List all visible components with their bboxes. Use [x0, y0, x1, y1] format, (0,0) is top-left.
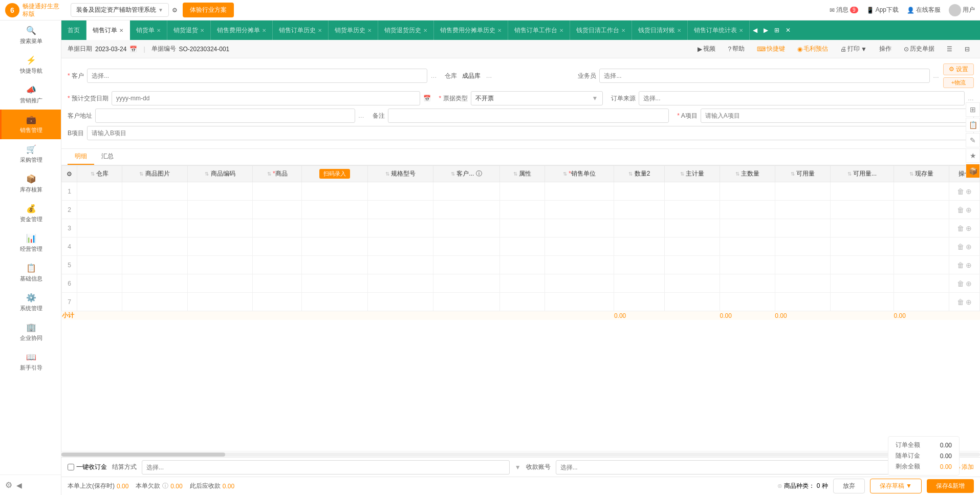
- row-spec[interactable]: [367, 182, 433, 201]
- row-available2[interactable]: [830, 274, 894, 293]
- row-product[interactable]: [253, 293, 302, 311]
- order-source-more-icon[interactable]: …: [968, 95, 974, 102]
- tab-expand-btn[interactable]: ⊞: [771, 27, 782, 34]
- edge-btn-3[interactable]: ✎: [966, 133, 980, 147]
- row-code[interactable]: [187, 201, 253, 219]
- user-btn[interactable]: 用户: [949, 4, 975, 16]
- row-main-qty[interactable]: [720, 256, 775, 274]
- calendar-icon[interactable]: 📅: [423, 95, 431, 102]
- sidebar-item-sales[interactable]: 💼 销售管理: [0, 110, 61, 139]
- row-main-qty[interactable]: [720, 293, 775, 311]
- row-stock[interactable]: [894, 274, 949, 293]
- view-video-btn[interactable]: ▶ 视频: [693, 43, 720, 55]
- copy-row-btn[interactable]: ⊕: [966, 206, 972, 214]
- discount-info-icon[interactable]: ⓘ: [162, 482, 168, 490]
- row-sales-unit[interactable]: [545, 293, 614, 311]
- customer-more-icon[interactable]: …: [430, 72, 437, 79]
- ops-btn[interactable]: 操作: [875, 43, 896, 55]
- row-stock[interactable]: [894, 238, 949, 256]
- row-warehouse[interactable]: [77, 238, 122, 256]
- row-available[interactable]: [775, 256, 830, 274]
- row-main-qty[interactable]: [720, 274, 775, 293]
- add-logistics-btn[interactable]: +物流: [943, 77, 974, 88]
- row-stock[interactable]: [894, 293, 949, 311]
- tab-close-icon[interactable]: ✕: [262, 28, 266, 33]
- row-attr[interactable]: [499, 238, 545, 256]
- a-project-input[interactable]: [701, 109, 974, 123]
- scan-input-btn[interactable]: 扫码录入: [319, 169, 350, 179]
- sidebar-item-enterprise[interactable]: 🏢 企业协同: [0, 317, 61, 347]
- order-source-input[interactable]: [639, 91, 965, 105]
- app-download-btn[interactable]: 📱 App下载: [866, 6, 899, 14]
- row-qty2[interactable]: [614, 238, 665, 256]
- row-customer-code[interactable]: [433, 219, 499, 238]
- save-draft-btn[interactable]: 保存草稿 ▼: [870, 479, 922, 493]
- copy-row-btn[interactable]: ⊕: [966, 279, 972, 288]
- row-spec[interactable]: [367, 293, 433, 311]
- tab-close-all-btn[interactable]: ✕: [782, 27, 794, 34]
- row-qty2[interactable]: [614, 182, 665, 201]
- delete-row-btn[interactable]: 🗑: [957, 261, 964, 269]
- tab-close-icon[interactable]: ✕: [119, 28, 123, 33]
- staff-more-icon[interactable]: …: [933, 72, 939, 79]
- sidebar-item-inventory[interactable]: 📦 库存核算: [0, 169, 61, 199]
- delete-row-btn[interactable]: 🗑: [957, 187, 964, 196]
- row-stock[interactable]: [894, 182, 949, 201]
- tab-prev-btn[interactable]: ◀: [750, 27, 760, 34]
- row-available2[interactable]: [830, 293, 894, 311]
- row-main-qty[interactable]: [720, 238, 775, 256]
- row-available2[interactable]: [830, 256, 894, 274]
- edge-btn-4[interactable]: ★: [966, 148, 980, 163]
- row-attr[interactable]: [499, 201, 545, 219]
- delete-row-btn[interactable]: 🗑: [957, 298, 964, 306]
- row-code[interactable]: [187, 182, 253, 201]
- delete-row-btn[interactable]: 🗑: [957, 206, 964, 214]
- row-warehouse[interactable]: [77, 256, 122, 274]
- tab-sales-stat[interactable]: 销售订单统计表 ✕: [688, 20, 750, 40]
- row-spec[interactable]: [367, 238, 433, 256]
- setup-btn[interactable]: ⚙ 设置: [943, 63, 974, 75]
- row-customer-code[interactable]: [433, 293, 499, 311]
- tab-close-icon[interactable]: ✕: [318, 28, 322, 33]
- row-warehouse[interactable]: [77, 201, 122, 219]
- remark-input[interactable]: [388, 109, 669, 123]
- tab-sales-expense-history[interactable]: 销售费用分摊单历史 ✕: [434, 20, 508, 40]
- row-main-unit[interactable]: [665, 238, 720, 256]
- row-code[interactable]: [187, 238, 253, 256]
- gear-icon[interactable]: ⚙: [172, 7, 178, 14]
- tab-sales-expense-split[interactable]: 销售费用分摊单 ✕: [211, 20, 273, 40]
- row-sales-unit[interactable]: [545, 201, 614, 219]
- row-stock[interactable]: [894, 219, 949, 238]
- row-customer-code[interactable]: [433, 201, 499, 219]
- row-warehouse[interactable]: [77, 182, 122, 201]
- row-main-qty[interactable]: [720, 201, 775, 219]
- discard-btn[interactable]: 放弃: [833, 479, 865, 493]
- payment-checkbox[interactable]: [68, 464, 74, 470]
- tab-close-icon[interactable]: ✕: [559, 28, 563, 33]
- row-available[interactable]: [775, 274, 830, 293]
- row-customer-code[interactable]: [433, 238, 499, 256]
- invoice-select[interactable]: 不开票 ▼: [471, 91, 603, 105]
- table-scrollbar[interactable]: [61, 451, 980, 457]
- address-more-icon[interactable]: …: [358, 112, 364, 119]
- warehouse-more-icon[interactable]: …: [486, 72, 492, 79]
- history-btn[interactable]: ⊙ 历史单据: [900, 43, 939, 55]
- layout-btn[interactable]: ☰: [943, 44, 956, 54]
- collapse-icon[interactable]: ◀: [16, 481, 22, 489]
- online-service-btn[interactable]: 👤 在线客服: [907, 6, 941, 14]
- row-main-qty[interactable]: [720, 182, 775, 201]
- row-main-qty[interactable]: [720, 219, 775, 238]
- row-spec[interactable]: [367, 201, 433, 219]
- tab-sales-order-history[interactable]: 销售订单历史 ✕: [273, 20, 329, 40]
- row-available[interactable]: [775, 201, 830, 219]
- row-available2[interactable]: [830, 201, 894, 219]
- row-customer-code[interactable]: [433, 182, 499, 201]
- customer-input[interactable]: [87, 69, 427, 83]
- sidebar-item-purchase[interactable]: 🛒 采购管理: [0, 139, 61, 169]
- copy-row-btn[interactable]: ⊕: [966, 187, 972, 196]
- row-product[interactable]: [253, 256, 302, 274]
- copy-row-btn[interactable]: ⊕: [966, 224, 972, 232]
- delete-row-btn[interactable]: 🗑: [957, 279, 964, 288]
- tab-close-icon[interactable]: ✕: [200, 28, 204, 33]
- row-qty2[interactable]: [614, 201, 665, 219]
